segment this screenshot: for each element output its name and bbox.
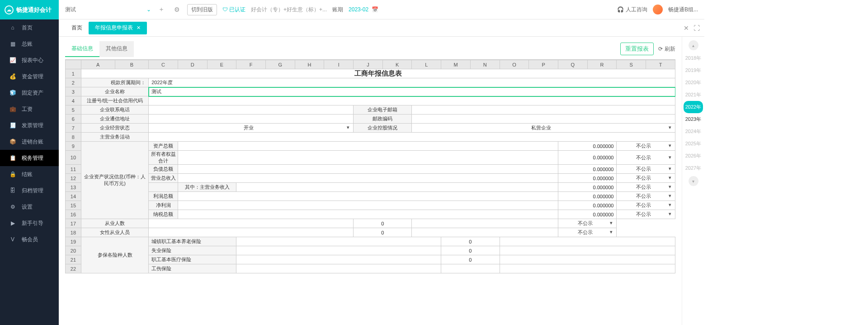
row-header[interactable]: 6	[66, 115, 81, 124]
row-header[interactable]: 21	[66, 255, 81, 264]
row-header[interactable]: 14	[66, 192, 81, 201]
sidebar-item-2[interactable]: 📈报表中心	[0, 52, 59, 68]
col-header[interactable]: F	[236, 60, 266, 69]
value-cell[interactable]: 0	[441, 255, 500, 264]
col-header[interactable]: E	[207, 60, 236, 69]
add-icon[interactable]: ＋	[156, 5, 166, 14]
cell[interactable]	[236, 246, 441, 255]
cell[interactable]	[178, 174, 558, 183]
row-header[interactable]: 11	[66, 165, 81, 174]
row-header[interactable]: 15	[66, 201, 81, 210]
col-header[interactable]: C	[149, 60, 178, 69]
publicity-select[interactable]: 不公示	[617, 201, 675, 210]
sidebar-item-9[interactable]: 🔒结账	[0, 166, 59, 182]
year-item[interactable]: 2024年	[684, 125, 703, 138]
cell[interactable]	[236, 183, 558, 192]
subtab-basic[interactable]: 基础信息	[65, 41, 99, 57]
sidebar-item-8[interactable]: 📋税务管理	[0, 150, 59, 166]
sidebar-item-5[interactable]: 💼工资	[0, 101, 59, 117]
cell[interactable]	[500, 237, 675, 246]
col-header[interactable]: L	[412, 60, 441, 69]
row-header[interactable]: 2	[66, 78, 81, 87]
scroll-down-icon[interactable]: ▾	[689, 176, 698, 186]
year-item[interactable]: 2021年	[684, 89, 703, 101]
company-name-cell[interactable]: 测试	[149, 87, 675, 96]
col-header[interactable]: A	[81, 60, 115, 69]
sidebar-item-1[interactable]: ▦总账	[0, 36, 59, 52]
row-header[interactable]: 20	[66, 246, 81, 255]
col-header[interactable]: B	[115, 60, 149, 69]
year-item[interactable]: 2018年	[684, 52, 703, 64]
cell[interactable]	[500, 255, 675, 264]
col-header[interactable]: J	[354, 60, 383, 69]
year-item[interactable]: 2027年	[684, 162, 703, 174]
gear-icon[interactable]: ⚙	[172, 5, 182, 14]
cell[interactable]	[149, 133, 675, 142]
year-item[interactable]: 2026年	[684, 150, 703, 162]
value-cell[interactable]: 0.000000	[558, 151, 617, 165]
col-header[interactable]: M	[441, 60, 471, 69]
cell[interactable]	[236, 237, 441, 246]
col-header[interactable]: G	[265, 60, 295, 69]
sidebar-item-7[interactable]: 📦进销台账	[0, 134, 59, 150]
subtab-other[interactable]: 其他信息	[99, 41, 134, 57]
cell[interactable]	[178, 201, 558, 210]
sidebar-item-11[interactable]: ⚙设置	[0, 199, 59, 215]
row-header[interactable]: 13	[66, 183, 81, 192]
tab-annual-report[interactable]: 年报信息申报表 ✕	[89, 22, 147, 34]
publicity-select[interactable]: 不公示	[617, 151, 675, 165]
publicity-select[interactable]: 不公示	[617, 165, 675, 174]
row-header[interactable]: 4	[66, 96, 81, 105]
value-cell[interactable]: 0.000000	[558, 201, 617, 210]
row-header[interactable]: 18	[66, 228, 81, 237]
value-cell[interactable]: 0.000000	[558, 165, 617, 174]
cell[interactable]	[178, 192, 558, 201]
col-header[interactable]: N	[470, 60, 500, 69]
row-header[interactable]: 9	[66, 142, 81, 151]
year-item[interactable]: 2023年	[684, 113, 703, 125]
col-header[interactable]: D	[178, 60, 207, 69]
col-header[interactable]: I	[324, 60, 354, 69]
cell[interactable]	[178, 210, 558, 219]
col-header[interactable]: O	[500, 60, 529, 69]
col-header[interactable]: Q	[558, 60, 588, 69]
close-icon[interactable]: ✕	[137, 25, 141, 31]
col-header[interactable]: P	[529, 60, 558, 69]
row-header[interactable]: 7	[66, 124, 81, 133]
cell[interactable]	[236, 264, 441, 273]
cell[interactable]	[412, 115, 675, 124]
value-cell[interactable]: 0.000000	[558, 192, 617, 201]
cell[interactable]	[236, 255, 441, 264]
row-header[interactable]: 10	[66, 151, 81, 165]
col-header[interactable]: R	[587, 60, 617, 69]
value-cell[interactable]: 0.000000	[558, 142, 617, 151]
user-name[interactable]: 畅捷通B组...	[668, 6, 698, 14]
publicity-select[interactable]: 不公示	[558, 228, 617, 237]
tab-home[interactable]: 首页	[65, 22, 89, 34]
cell[interactable]	[149, 105, 354, 115]
year-item[interactable]: 2022年	[684, 101, 703, 113]
sidebar-item-12[interactable]: ▶新手引导	[0, 215, 59, 231]
publicity-select[interactable]: 不公示	[617, 192, 675, 201]
value-cell[interactable]: 0.000000	[558, 174, 617, 183]
spreadsheet[interactable]: ABCDEFGHIJKLMNOPQRST 1工商年报信息表2税款所属期间：202…	[65, 60, 675, 273]
year-item[interactable]: 2025年	[684, 138, 703, 150]
sidebar-item-10[interactable]: 🗄归档管理	[0, 182, 59, 199]
row-header[interactable]: 16	[66, 210, 81, 219]
value-cell[interactable]: 0.000000	[558, 183, 617, 192]
row-header[interactable]: 17	[66, 219, 81, 228]
value-cell[interactable]: 0	[441, 246, 500, 255]
sidebar-item-0[interactable]: ⌂首页	[0, 19, 59, 36]
reset-button[interactable]: 重置报表	[620, 43, 654, 55]
row-header[interactable]: 12	[66, 174, 81, 183]
publicity-select[interactable]: 不公示	[617, 142, 675, 151]
cell[interactable]	[500, 264, 675, 273]
value-cell[interactable]	[441, 264, 500, 273]
cell[interactable]	[412, 228, 558, 237]
publicity-select[interactable]: 不公示	[617, 174, 675, 183]
cell[interactable]	[149, 228, 354, 237]
cell[interactable]	[412, 219, 558, 228]
avatar[interactable]	[653, 5, 663, 14]
sidebar-item-3[interactable]: 💰资金管理	[0, 68, 59, 85]
row-header[interactable]: 19	[66, 237, 81, 246]
